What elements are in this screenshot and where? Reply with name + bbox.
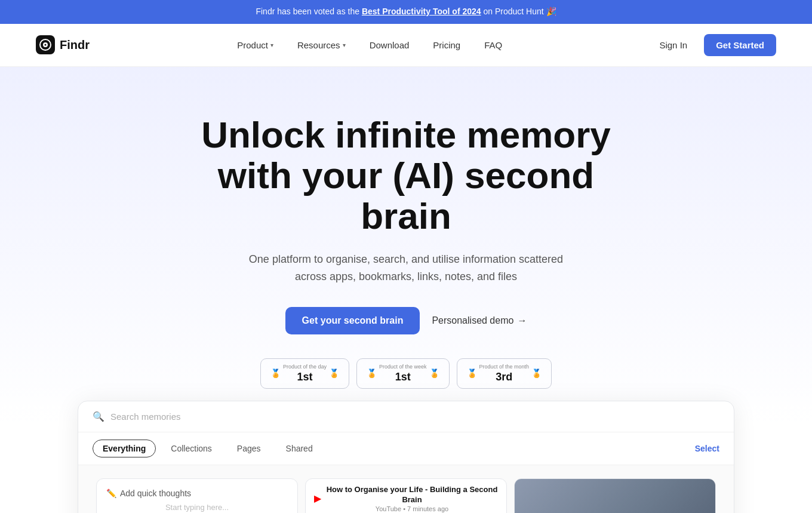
- hero-subtitle: One platform to organise, search, and ut…: [233, 251, 579, 285]
- select-button[interactable]: Select: [695, 444, 719, 453]
- notes-card: ✏️ Add quick thoughts Start typing here.…: [96, 478, 298, 513]
- notes-placeholder: Start typing here...: [106, 503, 288, 512]
- nav-resources[interactable]: Resources ▾: [288, 35, 355, 55]
- logo-icon: [36, 35, 55, 54]
- ph-badge-week: 🏅 Product of the week 1st 🏅: [356, 358, 450, 389]
- app-preview: 🔍 Search memories Everything Collections…: [78, 401, 734, 513]
- youtube-meta: YouTube • 7 minutes ago: [326, 505, 498, 512]
- nav-actions: Sign In Get Started: [650, 34, 776, 56]
- cta-demo-button[interactable]: Personalised demo →: [432, 315, 527, 326]
- banner-link[interactable]: Best Productivity Tool of 2024: [362, 7, 481, 16]
- youtube-card: ▶ How to Organise your Life - Building a…: [305, 478, 507, 513]
- edit-icon: ✏️ Add quick thoughts: [106, 489, 288, 498]
- search-bar[interactable]: 🔍 Search memories: [78, 401, 734, 432]
- laurel-left-icon: 🏅: [367, 368, 377, 378]
- nav-download[interactable]: Download: [360, 35, 419, 55]
- svg-point-2: [45, 44, 47, 46]
- laurel-left-icon: 🏅: [270, 368, 281, 378]
- cta-primary-button[interactable]: Get your second brain: [285, 307, 420, 334]
- card-grid: ✏️ Add quick thoughts Start typing here.…: [78, 465, 734, 513]
- arrow-icon: →: [517, 315, 527, 326]
- signin-button[interactable]: Sign In: [650, 35, 697, 55]
- search-icon: 🔍: [93, 411, 104, 422]
- youtube-header: ▶ How to Organise your Life - Building a…: [306, 479, 506, 513]
- filter-collections[interactable]: Collections: [161, 440, 222, 457]
- logo[interactable]: Findr: [36, 35, 90, 54]
- ph-badge-day: 🏅 Product of the day 1st 🏅: [260, 358, 349, 389]
- device-card: [514, 478, 716, 513]
- filter-shared[interactable]: Shared: [276, 440, 323, 457]
- top-banner: Findr has been voted as the Best Product…: [0, 0, 812, 24]
- filter-pages[interactable]: Pages: [227, 440, 271, 457]
- hero-title: Unlock infinite memory with your (AI) se…: [173, 115, 639, 237]
- product-hunt-badges: 🏅 Product of the day 1st 🏅 🏅 Product of …: [12, 358, 800, 389]
- filter-everything[interactable]: Everything: [93, 440, 156, 457]
- ph-badge-month: 🏅 Product of the month 3rd 🏅: [457, 358, 552, 389]
- nav-pricing[interactable]: Pricing: [423, 35, 470, 55]
- hero-section: Unlock infinite memory with your (AI) se…: [0, 67, 812, 513]
- youtube-icon: ▶: [314, 493, 321, 504]
- nav-links: Product ▾ Resources ▾ Download Pricing F…: [227, 35, 512, 55]
- chevron-down-icon: ▾: [270, 42, 273, 48]
- laurel-left-icon: 🏅: [467, 368, 477, 378]
- hero-buttons: Get your second brain Personalised demo …: [12, 307, 800, 334]
- banner-text-before: Findr has been voted as the: [256, 7, 361, 16]
- search-input-placeholder: Search memories: [110, 411, 181, 422]
- chevron-down-icon: ▾: [343, 42, 346, 48]
- get-started-button[interactable]: Get Started: [704, 34, 776, 56]
- laurel-right-icon: 🏅: [531, 368, 542, 378]
- filter-tabs: Everything Collections Pages Shared Sele…: [78, 432, 734, 465]
- banner-text-after: on Product Hunt 🎉: [481, 7, 556, 16]
- laurel-right-icon: 🏅: [429, 368, 439, 378]
- nav-product[interactable]: Product ▾: [227, 35, 283, 55]
- device-image: [515, 479, 715, 513]
- navbar: Findr Product ▾ Resources ▾ Download Pri…: [0, 24, 812, 67]
- logo-text: Findr: [60, 38, 90, 52]
- laurel-right-icon: 🏅: [329, 368, 339, 378]
- nav-faq[interactable]: FAQ: [475, 35, 512, 55]
